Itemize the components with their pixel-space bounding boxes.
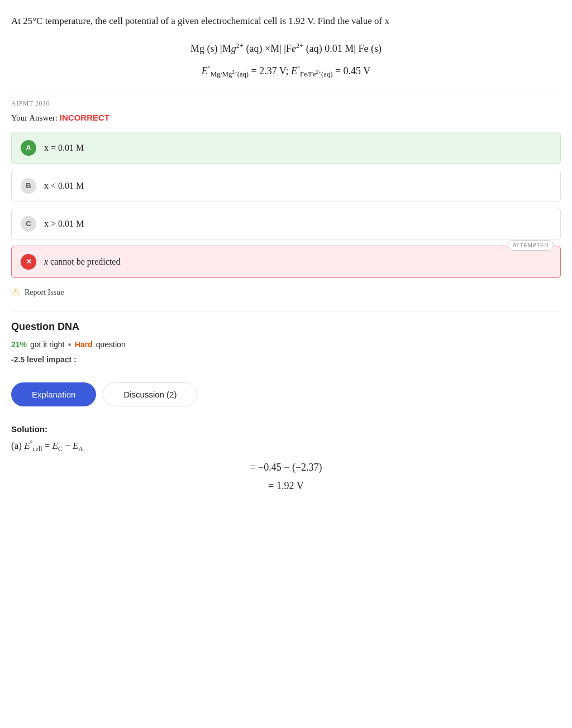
- solution-math-line-2: = 1.92 V: [11, 478, 561, 494]
- report-issue-row[interactable]: ⚠ Report Issue: [11, 285, 561, 300]
- warning-icon: ⚠: [11, 285, 20, 300]
- option-d-text: x cannot be predicted: [44, 255, 120, 269]
- formula-line-1: Mg (s) |Mg2+ (aq) ×M| |Fe2+ (aq) 0.01 M|…: [11, 39, 561, 59]
- formula-block: Mg (s) |Mg2+ (aq) ×M| |Fe2+ (aq) 0.01 M|…: [11, 39, 561, 82]
- solution-line-1: (a) E°cell = EC − EA: [11, 438, 561, 454]
- dna-title: Question DNA: [11, 319, 561, 334]
- option-b-badge: B: [21, 178, 36, 194]
- option-c[interactable]: C x > 0.01 M: [11, 208, 561, 240]
- dna-difficulty: Hard: [75, 339, 93, 351]
- dna-difficulty-suffix: question: [96, 339, 126, 351]
- option-a-text: x = 0.01 M: [44, 141, 84, 155]
- tabs-row: Explanation Discussion (2): [11, 382, 561, 406]
- question-dna-section: Question DNA 21% got it right • Hard que…: [11, 319, 561, 366]
- solution-math-line-1: = −0.45 − (−2.37): [11, 460, 561, 475]
- your-answer-label: Your Answer:: [11, 113, 58, 122]
- your-answer-row: Your Answer: INCORRECT: [11, 112, 561, 124]
- question-intro-text: At 25°C temperature, the cell potential …: [11, 16, 389, 26]
- option-c-text: x > 0.01 M: [44, 217, 84, 231]
- option-b-text: x < 0.01 M: [44, 179, 84, 193]
- option-a[interactable]: A x = 0.01 M: [11, 132, 561, 164]
- attempted-tag: ATTEMPTED: [508, 240, 554, 251]
- level-impact-value: -2.5: [11, 355, 25, 364]
- dna-stats-row: 21% got it right • Hard question: [11, 339, 561, 351]
- option-a-badge: A: [21, 140, 36, 156]
- tab-discussion[interactable]: Discussion (2): [103, 382, 197, 406]
- page-container: At 25°C temperature, the cell potential …: [0, 0, 572, 524]
- report-issue-label: Report Issue: [25, 286, 64, 298]
- tab-explanation[interactable]: Explanation: [11, 382, 96, 406]
- dna-level-impact: -2.5 level impact :: [11, 354, 561, 366]
- answer-status-label: INCORRECT: [60, 113, 109, 122]
- formula-line-2: E°Mg/Mg2+(aq) = 2.37 V; E°Fe/Fe2+(aq) = …: [11, 61, 561, 82]
- option-d[interactable]: ATTEMPTED ✕ x cannot be predicted: [11, 246, 561, 278]
- source-tag: AIPMT 2010: [11, 98, 561, 108]
- solution-section: Solution: (a) E°cell = EC − EA = −0.45 −…: [11, 418, 561, 510]
- option-b[interactable]: B x < 0.01 M: [11, 170, 561, 202]
- option-d-badge: ✕: [21, 254, 36, 270]
- dna-got-right: got it right: [30, 339, 64, 351]
- dna-percent: 21%: [11, 339, 27, 351]
- level-impact-suffix: level impact :: [27, 355, 77, 364]
- solution-label: Solution:: [11, 423, 561, 436]
- options-list: A x = 0.01 M B x < 0.01 M C x > 0.01 M A…: [11, 132, 561, 278]
- divider-top: [11, 90, 561, 90]
- solution-math-block: = −0.45 − (−2.37) = 1.92 V: [11, 460, 561, 494]
- question-text: At 25°C temperature, the cell potential …: [11, 13, 561, 30]
- option-c-badge: C: [21, 216, 36, 232]
- divider-mid: [11, 311, 561, 312]
